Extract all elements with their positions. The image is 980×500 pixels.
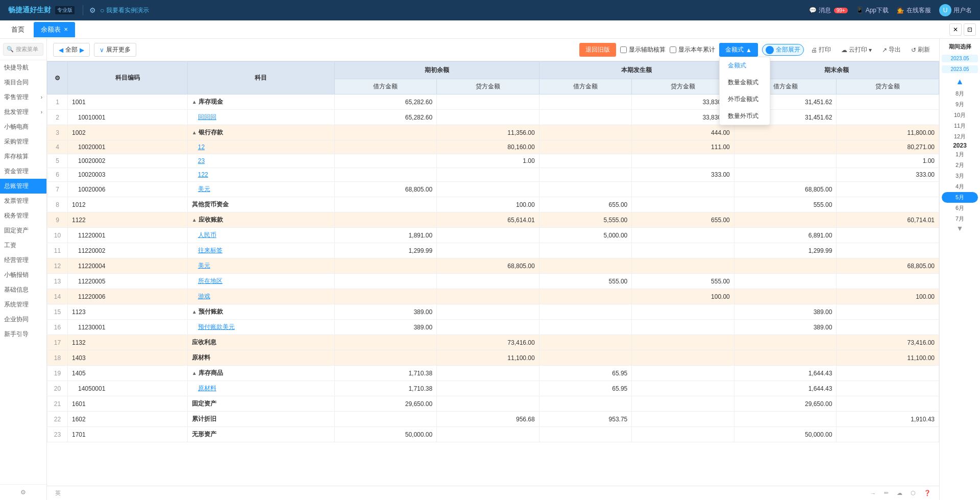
row-cur-debit xyxy=(539,304,632,320)
period-item-2023-7月[interactable]: 7月 xyxy=(942,213,978,224)
subject-link[interactable]: 美元 xyxy=(198,185,210,193)
sidebar-item-system_mgmt[interactable]: 系统管理 xyxy=(0,297,46,312)
arrow-icon-bottom[interactable]: → xyxy=(868,489,878,497)
subject-link[interactable]: 122 xyxy=(198,171,208,178)
settings-icon[interactable]: ⚙ xyxy=(55,75,60,82)
period-item-2023-1月[interactable]: 1月 xyxy=(942,149,978,160)
sidebar-item-project[interactable]: 项目合同 xyxy=(0,75,46,90)
show-auxiliary-label[interactable]: 显示辅助核算 xyxy=(620,45,666,54)
row-no: 21 xyxy=(47,396,68,412)
row-beg-debit: 68,805.00 xyxy=(334,182,437,197)
tab-balance[interactable]: 余额表 ✕ xyxy=(34,22,75,37)
sidebar-item-retail_mgmt[interactable]: 零售管理› xyxy=(0,90,46,105)
refresh-btn[interactable]: ↺ 刷新 xyxy=(908,43,933,56)
sidebar-item-enterprise[interactable]: 企业协同 xyxy=(0,312,46,327)
dropdown-item-shuliang-waib[interactable]: 数量外币式 xyxy=(720,108,770,125)
subject-link[interactable]: 回回回 xyxy=(198,113,216,121)
expand-arrow[interactable]: ▲ xyxy=(192,309,197,315)
sidebar-item-xiaochang_sales[interactable]: 小畅报销 xyxy=(0,268,46,282)
period-item-8月[interactable]: 8月 xyxy=(942,88,978,99)
row-beg-debit: 50,000.00 xyxy=(334,427,437,442)
subject-link[interactable]: 游戏 xyxy=(198,293,210,300)
period-range-end[interactable]: 2023.05 xyxy=(942,65,978,73)
print-btn[interactable]: 🖨 打印 xyxy=(808,43,834,56)
row-subject: 美元 xyxy=(187,182,334,197)
subject-link[interactable]: 往来标签 xyxy=(198,247,223,254)
period-item-2023-4月[interactable]: 4月 xyxy=(942,181,978,192)
subject-link[interactable]: 12 xyxy=(198,144,205,151)
period-item-2023-3月[interactable]: 3月 xyxy=(942,171,978,181)
row-no: 16 xyxy=(47,320,68,335)
online-service-btn[interactable]: 💁 在线客服 xyxy=(897,6,931,15)
expand-all-toggle[interactable]: 全部展开 xyxy=(762,44,804,56)
sidebar-item-capital_mgmt[interactable]: 资金管理 xyxy=(0,164,46,179)
row-cur-debit: 555.00 xyxy=(539,274,632,289)
row-end-debit: 555.00 xyxy=(734,197,837,212)
subject-link[interactable]: 人民币 xyxy=(198,231,216,239)
tab-close-icon[interactable]: ✕ xyxy=(64,27,68,32)
sidebar-item-new_guide[interactable]: 新手引导 xyxy=(0,327,46,342)
expand-arrow[interactable]: ▲ xyxy=(192,99,197,105)
sidebar-item-basic_info[interactable]: 基础信息 xyxy=(0,282,46,297)
period-range-start[interactable]: 2023.05 xyxy=(942,55,978,62)
jine-style-btn[interactable]: 金额式 ▲ xyxy=(719,43,758,57)
cloud-icon-bottom[interactable]: ☁ xyxy=(895,489,904,497)
sidebar-item-invoice_mgmt[interactable]: 发票管理 xyxy=(0,194,46,208)
window-max-btn[interactable]: ⊡ xyxy=(964,23,976,36)
settings-gear-btn[interactable]: ⚙ xyxy=(4,489,42,496)
dropdown-item-shuliang-jine[interactable]: 数量金额式 xyxy=(720,74,770,91)
row-subject: 固定资产 xyxy=(187,396,334,412)
sidebar-item-xiaochang_ecom[interactable]: 小畅电商 xyxy=(0,120,46,134)
subject-link[interactable]: 美元 xyxy=(198,262,210,269)
sidebar-item-tax_mgmt[interactable]: 税务管理 xyxy=(0,208,46,223)
row-end-debit xyxy=(734,212,837,228)
show-ytd-label[interactable]: 显示本年累计 xyxy=(670,45,715,54)
period-nav-up-btn[interactable]: ▲ xyxy=(942,77,978,86)
export-btn[interactable]: ↗ 导出 xyxy=(879,43,904,56)
expand-arrow[interactable]: ▲ xyxy=(192,130,197,135)
search-menu-btn[interactable]: 🔍 搜索菜单 xyxy=(3,43,43,56)
app-download-btn[interactable]: 📱 App下载 xyxy=(856,6,889,15)
period-item-10月[interactable]: 10月 xyxy=(942,110,978,121)
window-close-btn[interactable]: ✕ xyxy=(949,23,962,36)
gear-icon[interactable]: ⚙ xyxy=(89,6,96,14)
demo-link[interactable]: ○ 我要看实例演示 xyxy=(100,6,149,15)
show-ytd-checkbox[interactable] xyxy=(670,46,676,53)
hex-icon-bottom[interactable]: ⬡ xyxy=(909,489,918,497)
edit-icon-bottom[interactable]: ✏ xyxy=(882,489,891,497)
sidebar-item-purchase_mgmt[interactable]: 采购管理 xyxy=(0,134,46,149)
sidebar-item-general_ledger[interactable]: 总账管理 xyxy=(0,179,46,194)
all-filter-btn[interactable]: ◀ 全部 ▶ xyxy=(53,43,90,57)
translate-btn[interactable]: 英 xyxy=(53,489,63,497)
subject-link[interactable]: 所在地区 xyxy=(198,277,223,284)
sidebar-item-ops_mgmt[interactable]: 经营管理 xyxy=(0,253,46,268)
expand-arrow[interactable]: ▲ xyxy=(192,217,197,223)
period-item-11月[interactable]: 11月 xyxy=(942,121,978,131)
subject-link[interactable]: 预付账款美元 xyxy=(198,323,235,330)
sidebar-item-quick-nav[interactable]: 快捷导航 xyxy=(0,60,46,75)
show-auxiliary-checkbox[interactable] xyxy=(620,46,627,53)
sidebar-item-fixed_assets[interactable]: 固定资产 xyxy=(0,223,46,238)
dropdown-item-waib-jine[interactable]: 外币金额式 xyxy=(720,91,770,108)
expand-arrow[interactable]: ▲ xyxy=(192,370,197,376)
period-item-2023-2月[interactable]: 2月 xyxy=(942,160,978,171)
period-item-12月[interactable]: 12月 xyxy=(942,131,978,142)
period-item-2023-5月[interactable]: 5月 xyxy=(942,192,978,203)
subject-link[interactable]: 原材料 xyxy=(198,385,216,392)
period-item-9月[interactable]: 9月 xyxy=(942,99,978,110)
tab-home[interactable]: 首页 xyxy=(4,22,32,37)
sidebar-item-inventory[interactable]: 库存核算 xyxy=(0,149,46,164)
user-avatar[interactable]: U 用户名 xyxy=(939,4,972,16)
period-item-2023-6月[interactable]: 6月 xyxy=(942,203,978,213)
cloud-print-btn[interactable]: ☁ 云打印 ▾ xyxy=(838,43,875,56)
sidebar-item-payroll[interactable]: 工资 xyxy=(0,238,46,253)
expand-more-btn[interactable]: ∨ 展开更多 xyxy=(94,43,136,57)
row-end-credit: 60,714.01 xyxy=(837,212,939,228)
message-btn[interactable]: 💬 消息 99+ xyxy=(809,6,848,15)
retro-version-btn[interactable]: 退回旧版 xyxy=(579,43,616,57)
sidebar-item-wholesale_mgmt[interactable]: 批发管理› xyxy=(0,105,46,120)
dropdown-item-jine[interactable]: 金额式 xyxy=(720,57,770,74)
subject-link[interactable]: 23 xyxy=(198,157,205,164)
period-nav-down-btn[interactable]: ▼ xyxy=(942,224,978,232)
help-icon-bottom[interactable]: ❓ xyxy=(922,489,933,497)
